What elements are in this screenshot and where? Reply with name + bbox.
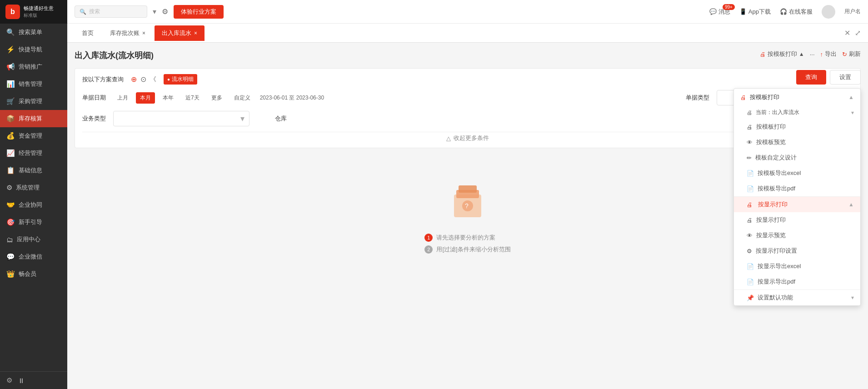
sidebar-item-purchase[interactable]: 🛒 采购管理 [0, 93, 67, 110]
filter-add-icon[interactable]: ⊕ [131, 75, 137, 84]
collapse-sidebar-icon[interactable]: ⏸ [18, 377, 25, 384]
page-content: 出入库流水(流水明细) 🖨 按模板打印 ▲ ··· ↑ 导出 ↻ 刷新 按 [67, 43, 868, 389]
display-chevron-icon: ▲ [848, 201, 854, 208]
filter-section-label: 按以下方案查询 [82, 75, 124, 84]
filter-tag-flow[interactable]: ● 流水明细 [164, 74, 197, 85]
trial-button[interactable]: 体验行业方案 [174, 5, 224, 19]
filter-settings-icon[interactable]: ⊙ [140, 75, 146, 84]
dropdown-display-pdf[interactable]: 📄 按显示导出pdf [734, 274, 860, 289]
date-custom[interactable]: 自定义 [230, 92, 254, 104]
dropdown-template-header[interactable]: 🖨 按模板打印 ▲ [734, 89, 860, 106]
template-print-button[interactable]: 🖨 按模板打印 ▲ [760, 50, 804, 58]
action-buttons: 查询 设置 [796, 70, 861, 85]
tab-batch-account[interactable]: 库存批次账 × [103, 25, 153, 41]
close-window-icon[interactable]: ✕ [844, 29, 850, 37]
settings-bottom-icon[interactable]: ⚙ [6, 376, 12, 384]
dropdown-display-settings[interactable]: ⚙ 按显示打印设置 [734, 243, 860, 259]
business-type-label: 业务类型 [82, 115, 106, 123]
three-dots-button[interactable]: ··· [810, 51, 815, 58]
sidebar-item-search-menu[interactable]: 🔍 搜索菜单 [0, 24, 67, 41]
sidebar-item-wechat[interactable]: 💬 企业微信 [0, 248, 67, 265]
default-func-icon: 📌 [747, 294, 754, 301]
search-icon: 🔍 [6, 28, 15, 36]
topbar-search-box[interactable]: 🔍 搜索 [75, 5, 147, 18]
business-type-select[interactable]: ▾ [113, 111, 249, 126]
dropdown-default-func[interactable]: 📌 设置默认功能 ▾ [734, 290, 860, 305]
dropdown-display-section: 🖨 按显示打印 ▲ 🖨 按显示打印 👁 按显示预览 ⚙ 按显示打印设置 [734, 197, 860, 290]
export-icon: ↑ [820, 51, 823, 58]
member-icon: 👑 [6, 270, 15, 278]
sidebar-item-app-center[interactable]: 🗂 应用中心 [0, 231, 67, 248]
sidebar-item-marketing[interactable]: 📢 营销推广 [0, 58, 67, 75]
empty-steps: 1 请先选择要分析的方案 2 用[过滤]条件来缩小分析范围 [424, 234, 510, 257]
sidebar-item-guide[interactable]: 🎯 新手引导 [0, 214, 67, 231]
filter-row-1: 按以下方案查询 ⊕ ⊙ 《 ● 流水明细 [82, 74, 853, 85]
step2-num: 2 [424, 245, 433, 254]
guide-icon: 🎯 [6, 218, 15, 226]
filter-collapse-icon[interactable]: 《 [150, 75, 156, 84]
dropdown-display-preview[interactable]: 👁 按显示预览 [734, 228, 860, 243]
tab-close-flow[interactable]: × [194, 30, 197, 36]
dropdown-display-header[interactable]: 🖨 按显示打印 ▲ [734, 197, 860, 212]
display-settings-icon: ⚙ [747, 248, 752, 254]
display-print-icon: 🖨 [747, 217, 753, 224]
headset-icon: 🎧 [780, 8, 787, 15]
export-button[interactable]: ↑ 导出 [820, 50, 837, 58]
print-header-icon: 🖨 [740, 94, 746, 101]
display-preview-icon: 👁 [747, 232, 753, 239]
business-type-chevron-icon: ▾ [240, 114, 244, 124]
date-this-year[interactable]: 本年 [159, 92, 178, 104]
avatar[interactable] [822, 5, 835, 19]
tab-flow-detail[interactable]: 出入库流水 × [155, 25, 205, 41]
inventory-icon: 📦 [6, 115, 15, 123]
dropdown-arrow-icon[interactable]: ▾ [153, 7, 156, 16]
warehouse-label: 仓库 [275, 115, 287, 123]
gear-icon[interactable]: ⚙ [162, 7, 168, 16]
logo-text: 畅捷通好生意 标准版 [24, 5, 54, 18]
purchase-icon: 🛒 [6, 97, 15, 105]
sidebar-item-system[interactable]: ⚙ 系统管理 [0, 179, 67, 196]
display-excel-icon: 📄 [747, 263, 754, 270]
settings-button[interactable]: 设置 [830, 70, 861, 85]
refresh-icon: ↻ [842, 51, 847, 58]
sidebar-item-basic[interactable]: 📋 基础信息 [0, 162, 67, 179]
sidebar-item-operations[interactable]: 📈 经营管理 [0, 145, 67, 162]
dropdown-template-custom[interactable]: ✏ 模板自定义设计 [734, 150, 860, 165]
dropdown-template-excel[interactable]: 📄 按模板导出excel [734, 165, 860, 181]
maximize-window-icon[interactable]: ⤢ [855, 29, 861, 37]
dropdown-current-template: 🖨 当前：出入库流水 ▾ [734, 106, 860, 119]
tab-close-batch[interactable]: × [142, 30, 145, 36]
date-filter: 上月 本月 本年 近7天 更多 自定义 2023-06-01 至 2023-06… [113, 92, 660, 104]
query-button[interactable]: 查询 [796, 70, 826, 85]
dropdown-template-pdf[interactable]: 📄 按模板导出pdf [734, 181, 860, 196]
sidebar-item-quick-nav[interactable]: ⚡ 快捷导航 [0, 41, 67, 58]
dropdown-template-preview[interactable]: 👁 按模板预览 [734, 135, 860, 150]
sidebar-item-sales[interactable]: 📊 销售管理 [0, 75, 67, 93]
operations-icon: 📈 [6, 149, 15, 157]
sidebar-item-inventory[interactable]: 📦 库存核算 [0, 110, 67, 127]
current-chevron-icon: ▾ [851, 110, 854, 116]
message-icon: 💬 [709, 8, 717, 15]
date-more[interactable]: 更多 [207, 92, 226, 104]
date-last-7days[interactable]: 近7天 [181, 92, 204, 104]
date-this-month[interactable]: 本月 [136, 92, 155, 104]
sidebar-item-finance[interactable]: 💰 资金管理 [0, 127, 67, 145]
dropdown-template-print[interactable]: 🖨 按模板打印 [734, 119, 860, 135]
date-last-month[interactable]: 上月 [113, 92, 132, 104]
tabbar: 首页 库存批次账 × 出入库流水 × ✕ ⤢ [67, 24, 868, 43]
print-dropdown: 🖨 按模板打印 ▲ 🖨 当前：出入库流水 ▾ 🖨 按模板打印 👁 按模板预览 [733, 88, 861, 306]
topbar: 🔍 搜索 ▾ ⚙ 体验行业方案 💬 消息 99+ 📱 App下载 🎧 在线客服 … [67, 0, 868, 24]
system-icon: ⚙ [6, 184, 12, 192]
dropdown-display-excel[interactable]: 📄 按显示导出excel [734, 259, 860, 274]
sidebar-item-enterprise[interactable]: 🤝 企业协同 [0, 196, 67, 214]
tab-home[interactable]: 首页 [75, 25, 101, 41]
sidebar-item-member[interactable]: 👑 畅会员 [0, 265, 67, 283]
enterprise-icon: 🤝 [6, 201, 15, 209]
dropdown-display-print[interactable]: 🖨 按显示打印 [734, 212, 860, 228]
step1-num: 1 [424, 234, 433, 242]
messages-button[interactable]: 💬 消息 99+ [709, 8, 730, 16]
app-download-button[interactable]: 📱 App下载 [739, 8, 771, 16]
online-service-button[interactable]: 🎧 在线客服 [780, 8, 813, 16]
sidebar-nav: 🔍 搜索菜单 ⚡ 快捷导航 📢 营销推广 📊 销售管理 🛒 采购管理 📦 库存核… [0, 24, 67, 371]
refresh-button[interactable]: ↻ 刷新 [842, 50, 861, 58]
